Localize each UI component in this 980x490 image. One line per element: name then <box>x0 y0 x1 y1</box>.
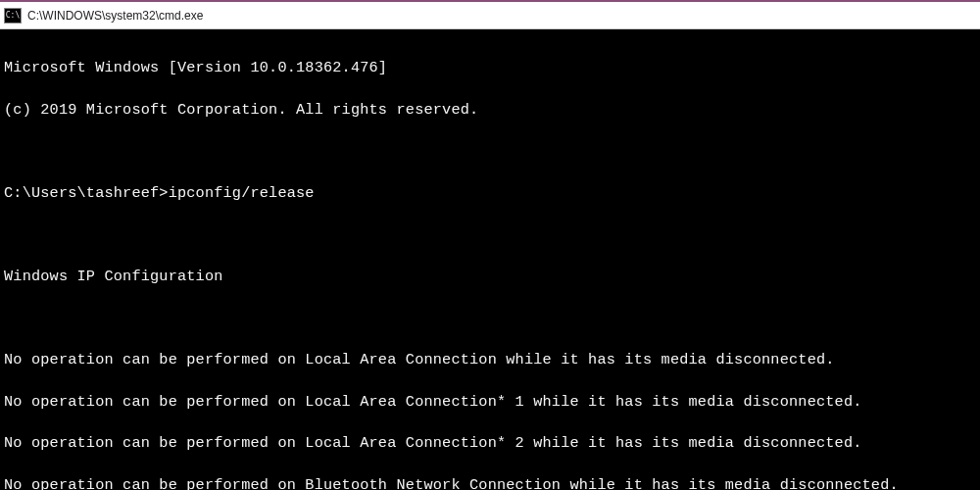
blank-line <box>4 309 976 329</box>
banner-copyright: (c) 2019 Microsoft Corporation. All righ… <box>4 100 976 121</box>
prompt-line: C:\Users\tashreef>ipconfig/release <box>4 183 976 204</box>
terminal-output[interactable]: Microsoft Windows [Version 10.0.18362.47… <box>0 29 980 490</box>
section-header: Windows IP Configuration <box>4 267 976 287</box>
banner-version: Microsoft Windows [Version 10.0.18362.47… <box>4 58 976 78</box>
error-line: No operation can be performed on Bluetoo… <box>4 475 976 490</box>
blank-line <box>4 141 976 162</box>
error-line: No operation can be performed on Local A… <box>4 350 976 370</box>
window-titlebar[interactable]: C:\ C:\WINDOWS\system32\cmd.exe <box>0 2 980 29</box>
error-line: No operation can be performed on Local A… <box>4 433 976 454</box>
cmd-icon-label: C:\ <box>6 12 20 20</box>
window-title: C:\WINDOWS\system32\cmd.exe <box>27 9 203 23</box>
blank-line <box>4 225 976 246</box>
cmd-icon: C:\ <box>4 8 22 24</box>
error-line: No operation can be performed on Local A… <box>4 392 976 413</box>
